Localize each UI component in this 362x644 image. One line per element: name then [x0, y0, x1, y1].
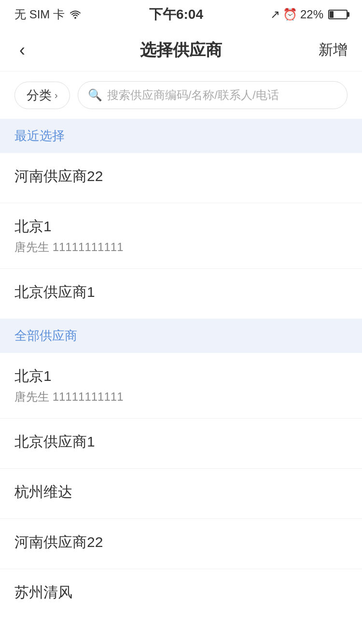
search-placeholder-text: 搜索供应商编码/名称/联系人/电话 [107, 87, 279, 103]
status-right: ↗ ⏰ 22% [270, 8, 348, 21]
nav-bar: ‹ 选择供应商 新增 [0, 29, 362, 71]
back-button[interactable]: ‹ [14, 35, 43, 65]
svg-point-0 [74, 17, 76, 19]
list-item[interactable]: 北京供应商1 [0, 419, 362, 469]
item-sub: 唐先生 11111111111 [14, 389, 348, 405]
battery-percent: 22% [300, 8, 323, 21]
recent-section-header: 最近选择 [0, 119, 362, 153]
item-name: 北京供应商1 [14, 432, 348, 452]
list-item[interactable]: 河南供应商22 [0, 519, 362, 569]
alarm-icon: ⏰ [283, 8, 297, 21]
item-name: 北京1 [14, 366, 348, 386]
all-list: 北京1唐先生 11111111111北京供应商1杭州维达河南供应商22苏州清风 [0, 353, 362, 619]
battery-icon [328, 10, 348, 19]
status-time: 下午6:04 [149, 5, 203, 24]
item-name: 河南供应商22 [14, 167, 348, 186]
item-sub: 唐先生 11111111111 [14, 239, 348, 255]
list-item[interactable]: 杭州维达 [0, 469, 362, 519]
list-item[interactable]: 北京1唐先生 11111111111 [0, 353, 362, 419]
wifi-icon [69, 10, 82, 19]
category-label: 分类 [27, 87, 52, 104]
item-name: 杭州维达 [14, 482, 348, 502]
status-left: 无 SIM 卡 [14, 7, 82, 22]
chevron-right-icon: › [55, 90, 58, 101]
filter-bar: 分类 › 🔍 搜索供应商编码/名称/联系人/电话 [0, 71, 362, 119]
item-name: 苏州清风 [14, 583, 348, 602]
new-button[interactable]: 新增 [319, 40, 348, 60]
list-item[interactable]: 北京供应商1 [0, 269, 362, 319]
recent-list: 河南供应商22北京1唐先生 11111111111北京供应商1 [0, 153, 362, 319]
all-section-header: 全部供应商 [0, 319, 362, 353]
list-item[interactable]: 苏州清风 [0, 569, 362, 619]
list-item[interactable]: 北京1唐先生 11111111111 [0, 203, 362, 269]
search-input[interactable]: 🔍 搜索供应商编码/名称/联系人/电话 [78, 81, 348, 109]
page-title: 选择供应商 [43, 39, 319, 61]
category-button[interactable]: 分类 › [14, 82, 70, 109]
location-icon: ↗ [270, 8, 280, 21]
item-name: 北京供应商1 [14, 282, 348, 302]
sim-status: 无 SIM 卡 [14, 7, 65, 22]
item-name: 河南供应商22 [14, 532, 348, 552]
list-item[interactable]: 河南供应商22 [0, 153, 362, 203]
status-bar: 无 SIM 卡 下午6:04 ↗ ⏰ 22% [0, 0, 362, 29]
search-icon: 🔍 [88, 88, 102, 102]
item-name: 北京1 [14, 217, 348, 237]
